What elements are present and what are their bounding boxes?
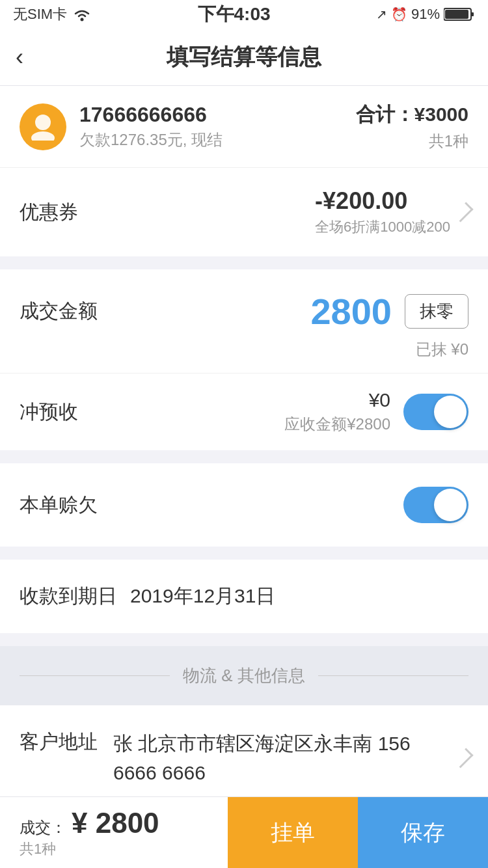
total-amount: 合计：¥3000 — [356, 102, 468, 128]
deal-section: 成交金额 2800 抹零 已抹 ¥0 冲预收 ¥0 应收金额¥2800 — [0, 269, 488, 450]
location-icon: ↗ — [376, 7, 387, 22]
coupon-row[interactable]: 优惠券 -¥200.00 全场6折满1000减200 — [0, 167, 488, 256]
total-count: 共1种 — [356, 131, 468, 152]
coupon-label: 优惠券 — [20, 199, 78, 226]
customer-info: 17666666666 欠款1276.35元, 现结 — [79, 103, 223, 150]
coupon-info: -¥200.00 全场6折满1000减200 — [315, 187, 450, 237]
address-section: 客户地址 张 北京市市辖区海淀区永丰南 156 6666 6666 — [0, 705, 488, 811]
carrier-text: 无SIM卡 — [13, 5, 67, 24]
hold-button[interactable]: 挂单 — [228, 797, 358, 868]
customer-left: 17666666666 欠款1276.35元, 现结 — [20, 103, 223, 150]
bottom-summary: 成交： ¥ 2800 共1种 — [0, 797, 228, 868]
alarm-icon: ⏰ — [391, 7, 407, 22]
prepay-right: ¥0 应收金额¥2800 — [284, 389, 468, 435]
prepay-label: 冲预收 — [20, 399, 78, 426]
bottom-count: 共1种 — [20, 839, 208, 859]
divider-line-left — [20, 675, 170, 676]
deal-sub-info: 已抹 ¥0 — [0, 339, 488, 373]
wifi-icon — [72, 7, 92, 21]
coupon-right: -¥200.00 全场6折满1000减200 — [315, 187, 468, 237]
status-left: 无SIM卡 — [13, 5, 92, 24]
divider-text: 物流 & 其他信息 — [183, 664, 305, 687]
customer-phone: 17666666666 — [79, 103, 223, 127]
status-right: ↗ ⏰ 91% — [376, 6, 475, 23]
arrear-label: 本单赊欠 — [20, 492, 98, 519]
due-date-value: 2019年12月31日 — [130, 583, 275, 610]
avatar-person-icon — [30, 113, 56, 141]
page-title: 填写结算等信息 — [167, 42, 321, 72]
status-bar: 无SIM卡 下午4:03 ↗ ⏰ 91% — [0, 0, 488, 29]
svg-point-5 — [31, 131, 55, 141]
svg-point-0 — [81, 18, 84, 21]
save-button[interactable]: 保存 — [358, 797, 488, 868]
chevron-right-icon — [453, 202, 473, 222]
toggle-knob — [434, 396, 467, 428]
deal-label: 成交金额 — [20, 298, 98, 325]
round-button[interactable]: 抹零 — [405, 294, 468, 329]
prepay-row: 冲预收 ¥0 应收金额¥2800 — [0, 373, 488, 450]
prepay-sub: 应收金额¥2800 — [284, 414, 390, 435]
due-date-section: 收款到期日 2019年12月31日 — [0, 560, 488, 633]
divider-section: 物流 & 其他信息 — [0, 646, 488, 705]
bottom-bar: 成交： ¥ 2800 共1种 挂单 保存 — [0, 796, 488, 868]
bottom-deal-line: 成交： ¥ 2800 — [20, 807, 208, 839]
due-date-row: 收款到期日 2019年12月31日 — [0, 560, 488, 633]
customer-row: 17666666666 欠款1276.35元, 现结 合计：¥3000 共1种 — [0, 86, 488, 167]
due-date-label: 收款到期日 — [20, 583, 117, 610]
battery-icon — [444, 7, 475, 22]
nav-bar: ‹ 填写结算等信息 — [0, 29, 488, 86]
divider-line-right — [318, 675, 468, 676]
svg-rect-2 — [471, 12, 474, 16]
arrear-section: 本单赊欠 — [0, 463, 488, 547]
deal-amount: 2800 — [310, 290, 392, 332]
address-label: 客户地址 — [20, 729, 98, 755]
back-button[interactable]: ‹ — [16, 44, 23, 71]
status-time: 下午4:03 — [198, 2, 271, 27]
coupon-desc: 全场6折满1000减200 — [315, 217, 450, 237]
deal-amount-row: 成交金额 2800 抹零 — [0, 269, 488, 339]
bottom-deal-amount: ¥ 2800 — [72, 807, 159, 839]
customer-section: 17666666666 欠款1276.35元, 现结 合计：¥3000 共1种 … — [0, 86, 488, 256]
customer-total: 合计：¥3000 共1种 — [356, 102, 468, 152]
bottom-deal-label: 成交： — [20, 817, 66, 838]
address-chevron — [458, 749, 468, 767]
prepay-toggle[interactable] — [403, 394, 468, 430]
avatar — [20, 103, 66, 150]
battery-text: 91% — [411, 6, 440, 23]
arrear-row: 本单赊欠 — [0, 463, 488, 547]
arrear-toggle-knob — [434, 489, 467, 521]
customer-sub-info: 欠款1276.35元, 现结 — [79, 129, 223, 150]
svg-point-4 — [35, 115, 51, 130]
address-value: 张 北京市市辖区海淀区永丰南 156 6666 6666 — [113, 729, 458, 787]
svg-rect-3 — [445, 10, 468, 19]
prepay-info: ¥0 应收金额¥2800 — [284, 389, 390, 435]
coupon-discount: -¥200.00 — [315, 187, 450, 215]
arrear-toggle[interactable] — [403, 487, 468, 523]
prepay-amount: ¥0 — [284, 389, 390, 411]
address-row[interactable]: 客户地址 张 北京市市辖区海淀区永丰南 156 6666 6666 — [0, 705, 488, 811]
deal-right: 2800 抹零 — [310, 290, 468, 332]
